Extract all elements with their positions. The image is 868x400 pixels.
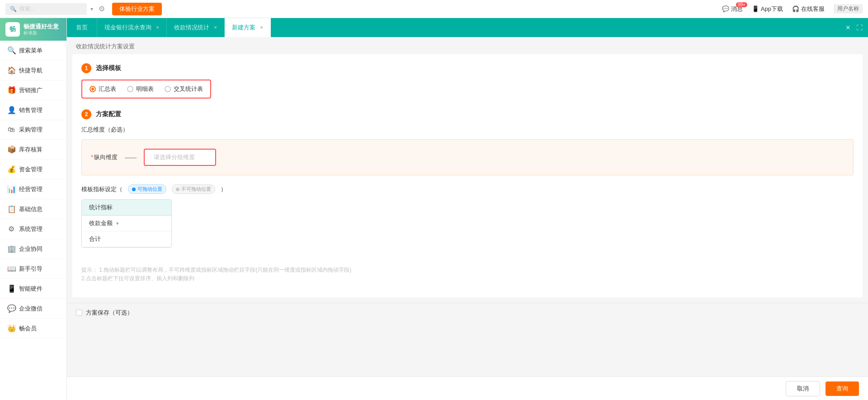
draggable-label: 可拖动位置 <box>137 186 162 193</box>
sales-icon: 👤 <box>7 106 15 114</box>
trial-button[interactable]: 体验行业方案 <box>112 3 162 15</box>
sidebar-item-member-label: 畅会员 <box>19 325 37 333</box>
metrics-config-prefix: 模板指标设定（ <box>81 185 123 193</box>
tab-new-plan-close[interactable]: × <box>260 24 263 31</box>
sidebar-item-quick-nav-label: 快捷导航 <box>19 66 42 75</box>
no-drag-dot <box>176 188 179 191</box>
member-icon: 👑 <box>7 324 15 333</box>
system-icon: ⚙ <box>7 225 15 233</box>
metrics-amount-label: 收款金额 <box>89 219 113 227</box>
breadcrumb: 收款情况统计方案设置 <box>67 37 868 54</box>
sidebar-item-basic-info[interactable]: 📋 基础信息 <box>0 199 66 219</box>
logo-icon: 畅 <box>5 22 20 37</box>
tab-bar-right: ✕ ⛶ <box>844 22 868 33</box>
sidebar-item-purchase-label: 采购管理 <box>19 126 42 134</box>
tab-home[interactable]: 首页 <box>67 18 97 37</box>
metrics-row-amount[interactable]: 收款金额 ▾ <box>82 216 171 231</box>
tab-home-label: 首页 <box>76 24 88 32</box>
sidebar-item-search-menu[interactable]: 🔍 搜索菜单 <box>0 41 66 61</box>
sidebar-item-inventory[interactable]: 📦 库存核算 <box>0 140 66 160</box>
online-support-label: 在线客服 <box>801 5 825 13</box>
tab-new-plan[interactable]: 新建方案 × <box>225 18 271 37</box>
sidebar-item-system-label: 系统管理 <box>19 225 42 233</box>
sidebar-item-wechat-label: 企业微信 <box>19 305 42 313</box>
quick-nav-icon: 🏠 <box>7 66 15 75</box>
sidebar-item-hardware-label: 智能硬件 <box>19 285 42 293</box>
tab-collection-stats[interactable]: 收款情况统计 × <box>167 18 225 37</box>
save-option-label: 方案保存（可选） <box>86 309 133 317</box>
summary-dimension-section: 汇总维度（必选） *纵向维度 —— 请选择分组维度 <box>81 126 854 249</box>
messages-item[interactable]: 💬 消息 99+ <box>722 5 743 13</box>
sidebar-item-corp[interactable]: 🏢 企业协同 <box>0 239 66 259</box>
step2-header: 2 方案配置 <box>81 109 854 119</box>
step2-badge: 2 <box>81 109 91 119</box>
sidebar-item-system[interactable]: ⚙ 系统管理 <box>0 219 66 239</box>
sidebar-item-guide[interactable]: 📖 新手引导 <box>0 259 66 279</box>
operations-icon: 📊 <box>7 185 15 193</box>
radio-summary-label: 汇总表 <box>99 85 116 93</box>
search-bar[interactable]: 🔍 搜索... <box>5 3 87 15</box>
online-support-icon: 🎧 <box>792 5 799 12</box>
radio-summary-circle <box>90 86 96 92</box>
online-support-item[interactable]: 🎧 在线客服 <box>792 5 825 13</box>
sidebar-item-member[interactable]: 👑 畅会员 <box>0 319 66 339</box>
radio-detail-circle <box>127 86 133 92</box>
sidebar-item-finance[interactable]: 💰 资金管理 <box>0 160 66 179</box>
logo-main-text: 畅捷通好生意 <box>24 23 59 30</box>
marketing-icon: 🎁 <box>7 86 15 94</box>
metrics-config-header: 模板指标设定（ 可拖动位置 不可拖动位置 ） <box>81 184 854 194</box>
tab-maximize-btn[interactable]: ⛶ <box>854 22 864 33</box>
cancel-button[interactable]: 取消 <box>786 381 820 396</box>
tab-bank-flow-label: 现金银行流水查询 <box>104 24 151 32</box>
user-info[interactable]: 用户名称 <box>834 4 863 14</box>
sidebar-item-sales[interactable]: 👤 销售管理 <box>0 100 66 120</box>
summary-dimension-label: 汇总维度（必选） <box>81 126 854 134</box>
basic-info-icon: 📋 <box>7 205 15 213</box>
radio-detail[interactable]: 明细表 <box>127 85 154 93</box>
query-button[interactable]: 查询 <box>826 381 859 396</box>
sidebar-item-purchase[interactable]: 🛍 采购管理 <box>0 120 66 140</box>
dimension-required-star: *纵向维度 <box>91 153 118 161</box>
step1-badge: 1 <box>81 63 91 73</box>
metrics-table: 统计指标 收款金额 ▾ 合计 <box>81 199 172 248</box>
sidebar-item-quick-nav[interactable]: 🏠 快捷导航 <box>0 61 66 80</box>
sidebar: 畅 畅捷通好生意 标准版 🔍 搜索菜单 🏠 快捷导航 🎁 营销推广 👤 销售管理… <box>0 18 67 400</box>
sidebar-item-operations[interactable]: 📊 经营管理 <box>0 179 66 199</box>
app-download-label: App下载 <box>761 5 783 13</box>
user-name: 用户名称 <box>837 5 859 12</box>
tips-text-1: 提示： 1.拖动标题栏可以调整布局，不可跨维度或指标区域拖动栏目字段(只能在同一… <box>81 266 854 274</box>
inventory-icon: 📦 <box>7 145 15 154</box>
tab-bank-flow-close[interactable]: × <box>156 24 159 31</box>
step2-title: 方案配置 <box>96 110 121 118</box>
header-right: 💬 消息 99+ 📱 App下载 🎧 在线客服 用户名称 <box>722 4 863 14</box>
dimension-select-button[interactable]: 请选择分组维度 <box>144 149 216 166</box>
metrics-dropdown-arrow[interactable]: ▾ <box>116 221 119 226</box>
radio-summary[interactable]: 汇总表 <box>90 85 116 93</box>
tab-collection-stats-close[interactable]: × <box>214 24 217 31</box>
dimension-arrow: —— <box>125 154 137 161</box>
tab-close-btn[interactable]: ✕ <box>844 22 853 33</box>
content-area: 首页 现金银行流水查询 × 收款情况统计 × 新建方案 × ✕ ⛶ 收款情况统计… <box>67 18 868 400</box>
metrics-row-subtotal: 合计 <box>82 231 171 247</box>
sidebar-item-basic-info-label: 基础信息 <box>19 205 42 213</box>
radio-cross[interactable]: 交叉统计表 <box>165 85 203 93</box>
search-dropdown-arrow[interactable]: ▾ <box>90 6 93 12</box>
tab-bank-flow[interactable]: 现金银行流水查询 × <box>97 18 167 37</box>
sidebar-item-wechat[interactable]: 💬 企业微信 <box>0 299 66 319</box>
vertical-dimension-label: 纵向维度 <box>94 154 118 160</box>
sidebar-item-marketing[interactable]: 🎁 营销推广 <box>0 80 66 100</box>
search-bar-text: 搜索... <box>19 5 35 13</box>
guide-icon: 📖 <box>7 264 15 273</box>
wechat-icon: 💬 <box>7 304 15 313</box>
save-checkbox[interactable] <box>76 310 82 316</box>
dimension-select-placeholder: 请选择分组维度 <box>154 154 195 160</box>
app-download-item[interactable]: 📱 App下载 <box>752 5 783 13</box>
sidebar-item-hardware[interactable]: 📱 智能硬件 <box>0 279 66 299</box>
sidebar-item-sales-label: 销售管理 <box>19 106 42 114</box>
top-header: 🔍 搜索... ▾ ⚙ 体验行业方案 💬 消息 99+ 📱 App下载 🎧 在线… <box>0 0 868 18</box>
settings-icon[interactable]: ⚙ <box>99 5 105 13</box>
metrics-section-label: 统计指标 <box>89 204 113 211</box>
tips-text-2: 2.点击标题栏下拉可设置排序、插入列和删除列 <box>81 274 854 283</box>
search-menu-icon: 🔍 <box>7 46 15 55</box>
sidebar-item-marketing-label: 营销推广 <box>19 86 42 94</box>
